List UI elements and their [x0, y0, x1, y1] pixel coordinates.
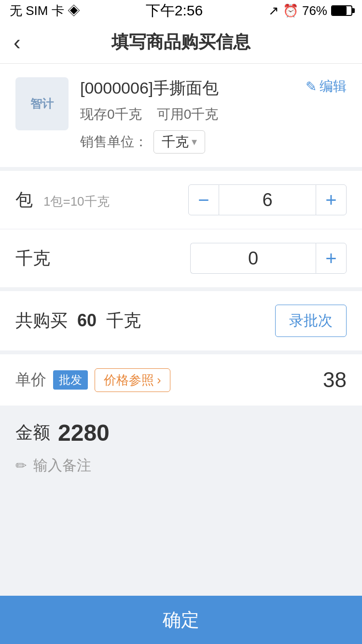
product-header-row: [0000006]手撕面包 ✎ 编辑: [80, 77, 347, 105]
price-ref-arrow-icon: ›: [157, 373, 161, 388]
edit-icon: ✎: [306, 79, 317, 95]
qty-plus-kg[interactable]: +: [316, 243, 347, 274]
summary-text: 共购买 60 千克: [15, 309, 141, 333]
location-icon: ↗: [268, 3, 279, 18]
qty-label-kg: 千克: [15, 247, 190, 270]
unit-dropdown[interactable]: 千克 ▾: [153, 130, 205, 154]
qty-plus-bao[interactable]: +: [316, 184, 347, 215]
stock-text: 现存0千克: [80, 107, 142, 122]
qty-sublabel-bao: 1包=10千克: [43, 194, 110, 209]
price-section: 单价 批发 价格参照 › 38: [0, 354, 362, 406]
product-image: 智计: [15, 77, 69, 130]
battery-label: 76%: [302, 3, 327, 18]
status-bar: 无 SIM 卡 ◈ 下午2:56 ↗ ⏰ 76%: [0, 0, 362, 21]
status-right: ↗ ⏰ 76%: [268, 3, 352, 18]
qty-minus-bao[interactable]: −: [188, 184, 219, 215]
qty-label-bao: 包 1包=10千克: [15, 188, 188, 212]
amount-row: 金额 2280: [15, 420, 347, 446]
nav-bar: ‹ 填写商品购买信息: [0, 21, 362, 64]
page-title: 填写商品购买信息: [111, 30, 251, 54]
product-info: [0000006]手撕面包 ✎ 编辑 现存0千克 可用0千克 销售单位： 千克 …: [80, 77, 347, 154]
summary-row: 共购买 60 千克 录批次: [0, 287, 362, 354]
summary-amount: 60: [77, 310, 97, 330]
available-text: 可用0千克: [157, 107, 219, 122]
edit-button[interactable]: ✎ 编辑: [306, 77, 347, 96]
status-left: 无 SIM 卡 ◈: [10, 2, 80, 19]
product-name: [0000006]手撕面包: [80, 77, 219, 99]
battery-icon: [331, 5, 352, 16]
edit-label: 编辑: [320, 77, 347, 96]
price-ref-button[interactable]: 价格参照 ›: [95, 368, 170, 392]
confirm-button[interactable]: 确定: [0, 596, 362, 644]
price-type-tag: 批发: [53, 370, 88, 390]
qty-input-bao[interactable]: [219, 184, 316, 215]
pencil-icon: ✏: [15, 458, 27, 474]
qty-control-bao: − +: [188, 184, 347, 215]
remark-placeholder: 输入备注: [33, 456, 91, 476]
qty-label-text-bao: 包: [15, 190, 33, 210]
sim-status: 无 SIM 卡 ◈: [10, 2, 80, 19]
summary-label: 共购买: [15, 310, 68, 330]
product-unit-row: 销售单位： 千克 ▾: [80, 130, 347, 154]
amount-label: 金额: [15, 421, 50, 445]
quantity-section: 包 1包=10千克 − + 千克 +: [0, 171, 362, 287]
quantity-row-kg: 千克 +: [0, 229, 362, 287]
amount-section: 金额 2280 ✏ 输入备注: [0, 406, 362, 483]
price-left: 单价 批发 价格参照 ›: [15, 368, 170, 392]
qty-control-kg: +: [190, 243, 347, 274]
batch-button[interactable]: 录批次: [275, 305, 347, 337]
price-row: 单价 批发 价格参照 › 38: [15, 368, 347, 392]
price-label: 单价: [15, 369, 46, 391]
alarm-icon: ⏰: [283, 3, 298, 18]
price-ref-label: 价格参照: [104, 372, 154, 389]
remark-row[interactable]: ✏ 输入备注: [15, 456, 347, 476]
unit-value: 千克: [162, 133, 189, 151]
amount-value: 2280: [58, 420, 110, 446]
summary-unit: 千克: [106, 310, 141, 330]
qty-label-text-kg: 千克: [15, 248, 50, 268]
unit-label: 销售单位：: [80, 133, 148, 151]
product-stock: 现存0千克 可用0千克: [80, 105, 347, 124]
product-logo-text: 智计: [30, 96, 54, 112]
dropdown-arrow-icon: ▾: [192, 136, 197, 148]
back-button[interactable]: ‹: [14, 32, 21, 53]
price-value: 38: [323, 368, 347, 392]
status-time: 下午2:56: [146, 1, 203, 21]
qty-input-kg[interactable]: [190, 243, 316, 274]
product-card: 智计 [0000006]手撕面包 ✎ 编辑 现存0千克 可用0千克 销售单位： …: [0, 64, 362, 171]
quantity-row-bao: 包 1包=10千克 − +: [0, 171, 362, 229]
